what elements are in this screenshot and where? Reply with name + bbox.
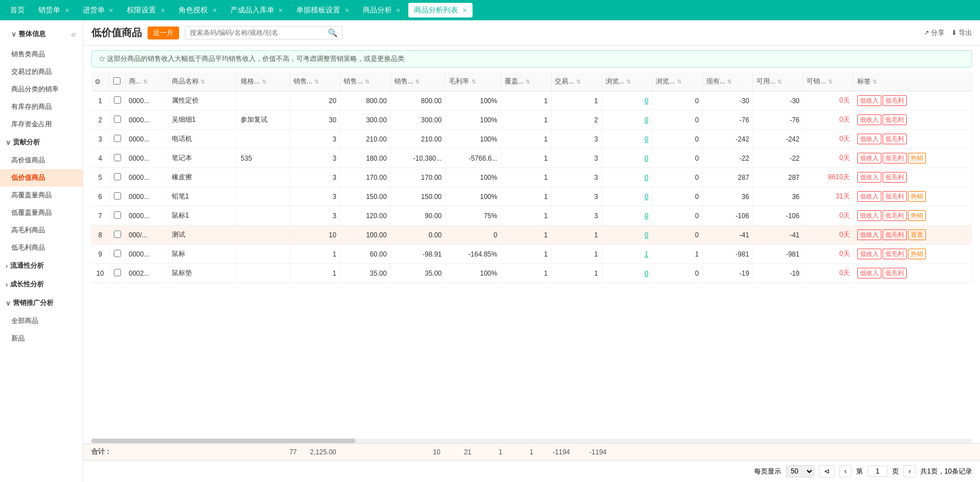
nav-product-analysis-list[interactable]: 商品分析列表 ✕ <box>408 3 473 17</box>
browse-link[interactable]: 0 <box>645 116 649 124</box>
sidebar-item-high-value[interactable]: 高价值商品 <box>0 152 83 169</box>
current-stock: -22 <box>702 149 752 168</box>
coverage: 1 <box>501 225 551 245</box>
tags-column-header[interactable]: 标签 ⇅ <box>853 72 972 91</box>
export-button[interactable]: ⬇ 导出 <box>951 28 972 38</box>
name-column-header[interactable]: 商品名称 ⇅ <box>168 72 237 91</box>
product-tag: 低毛利 <box>883 153 907 163</box>
table-horizontal-scrollbar[interactable] <box>91 439 972 443</box>
share-button[interactable]: ↗ 分享 <box>924 28 945 38</box>
nav-template-settings[interactable]: 单据模板设置 ✕ <box>291 3 355 17</box>
browse-link[interactable]: 0 <box>645 212 649 220</box>
sale-gross-column-header[interactable]: 销售... ⇅ <box>390 72 446 91</box>
sidebar-item-low-margin[interactable]: 低毛利商品 <box>0 239 83 257</box>
close-icon[interactable]: ✕ <box>396 7 400 14</box>
sidebar-item-sales-goods[interactable]: 销售类商品 <box>0 46 83 63</box>
sidebar-group-circulation[interactable]: › 流通性分析 <box>0 257 83 275</box>
browse-link[interactable]: 0 <box>645 135 649 143</box>
sidebar-item-low-value[interactable]: 低价值商品 <box>0 169 83 187</box>
saleable: 0天 <box>803 110 853 130</box>
sidebar-group-contribution[interactable]: ∨ 贡献分析 <box>0 133 83 152</box>
sidebar-item-category-rate[interactable]: 商品分类的销率 <box>0 81 83 98</box>
sale-qty-column-header[interactable]: 销售... ⇅ <box>289 72 340 91</box>
transaction-column-header[interactable]: 交易... ⇅ <box>551 72 602 91</box>
settings-column-header[interactable]: ⚙ <box>91 72 109 91</box>
sidebar-item-high-margin[interactable]: 高毛利商品 <box>0 222 83 239</box>
per-page-select[interactable]: 50 100 200 <box>786 465 814 477</box>
row-checkbox[interactable] <box>114 250 121 257</box>
nav-sales-order[interactable]: 销货单 ✕ <box>33 3 75 17</box>
browse-link[interactable]: 0 <box>645 154 649 162</box>
sidebar-item-stock-goods[interactable]: 有库存的商品 <box>0 98 83 116</box>
browse-link[interactable]: 0 <box>645 193 649 201</box>
gross-rate: 0 <box>446 225 501 245</box>
nav-home[interactable]: 首页 <box>5 3 30 17</box>
row-checkbox[interactable] <box>114 269 121 276</box>
row-checkbox[interactable] <box>114 173 121 180</box>
select-all-checkbox[interactable] <box>113 77 121 85</box>
page-number-input[interactable] <box>867 466 888 477</box>
row-checkbox[interactable] <box>114 192 121 200</box>
close-icon[interactable]: ✕ <box>109 7 113 14</box>
search-input[interactable] <box>190 29 324 37</box>
row-checkbox[interactable] <box>114 96 121 104</box>
sidebar-item-high-coverage[interactable]: 高覆盖量商品 <box>0 187 83 204</box>
code-column-header[interactable]: 商... ⇅ <box>125 72 168 91</box>
browse1-column-header[interactable]: 浏览... ⇅ <box>602 72 652 91</box>
product-tag: 低收入 <box>857 114 881 125</box>
nav-purchase-order[interactable]: 进货单 ✕ <box>77 3 119 17</box>
row-checkbox[interactable] <box>114 231 121 238</box>
product-tag: 低收入 <box>857 191 881 202</box>
nav-product-analysis[interactable]: 商品分析 ✕ <box>357 3 407 17</box>
gross-rate-column-header[interactable]: 毛利率 ⇅ <box>446 72 501 91</box>
browse-link[interactable]: 0 <box>645 269 649 277</box>
checkbox-column-header[interactable] <box>109 72 125 91</box>
transaction: 1 <box>551 225 602 245</box>
close-icon[interactable]: ✕ <box>345 7 349 14</box>
sidebar-item-all-goods[interactable]: 全部商品 <box>0 312 83 330</box>
browse-link[interactable]: 0 <box>645 231 649 239</box>
available-column-header[interactable]: 可用... ⇅ <box>753 72 803 91</box>
browse2-column-header[interactable]: 浏览... ⇅ <box>652 72 702 91</box>
next-page-button[interactable]: › <box>903 465 916 477</box>
close-icon[interactable]: ✕ <box>278 7 283 14</box>
browse2: 0 <box>652 149 702 168</box>
browse-link[interactable]: 0 <box>645 97 649 105</box>
spec-column-header[interactable]: 规格... ⇅ <box>237 72 290 91</box>
row-checkbox[interactable] <box>114 135 121 142</box>
first-page-button[interactable]: ⊲ <box>819 465 835 477</box>
sidebar-item-new-goods[interactable]: 新品 <box>0 330 83 347</box>
sidebar-item-stock-capital[interactable]: 库存资金占用 <box>0 116 83 133</box>
row-checkbox[interactable] <box>114 154 121 161</box>
row-checkbox[interactable] <box>114 211 121 219</box>
sale-gross: -10,380... <box>390 149 446 168</box>
nav-role-auth[interactable]: 角色授权 ✕ <box>173 3 222 17</box>
filter-recent-month-button[interactable]: 近一月 <box>148 26 179 39</box>
row-checkbox[interactable] <box>114 116 121 123</box>
browse-link[interactable]: 0 <box>645 174 649 182</box>
current-stock-column-header[interactable]: 现有... ⇅ <box>702 72 752 91</box>
coverage-column-header[interactable]: 覆盖... ⇅ <box>501 72 551 91</box>
sale-qty: 10 <box>289 225 340 245</box>
nav-permission[interactable]: 权限设置 ✕ <box>121 3 171 17</box>
prev-page-button[interactable]: ‹ <box>839 465 852 477</box>
close-icon[interactable]: ✕ <box>65 7 69 14</box>
close-icon[interactable]: ✕ <box>161 7 165 14</box>
coverage: 1 <box>501 110 551 130</box>
scrollbar-thumb[interactable] <box>91 439 355 443</box>
nav-product-inbound[interactable]: 产成品入库单 ✕ <box>225 3 289 17</box>
transaction: 3 <box>551 187 602 206</box>
sale-amount-column-header[interactable]: 销售... ⇅ <box>340 72 390 91</box>
browse-link[interactable]: 1 <box>645 250 649 258</box>
product-tag: 低收入 <box>857 249 881 259</box>
close-icon[interactable]: ✕ <box>462 7 467 14</box>
close-icon[interactable]: ✕ <box>212 7 217 14</box>
sidebar-item-traded-goods[interactable]: 交易过的商品 <box>0 63 83 81</box>
sidebar-group-growth[interactable]: › 成长性分析 <box>0 275 83 294</box>
sidebar-group-overall[interactable]: ∨ 整体信息 <box>6 25 51 43</box>
sidebar-item-low-coverage[interactable]: 低覆盖量商品 <box>0 204 83 222</box>
sidebar-group-marketing[interactable]: ∨ 营销推广分析 <box>0 294 83 312</box>
browse2: 0 <box>652 225 702 245</box>
sidebar-collapse-button[interactable]: « <box>68 28 79 41</box>
saleable-column-header[interactable]: 可销... ⇅ <box>803 72 853 91</box>
